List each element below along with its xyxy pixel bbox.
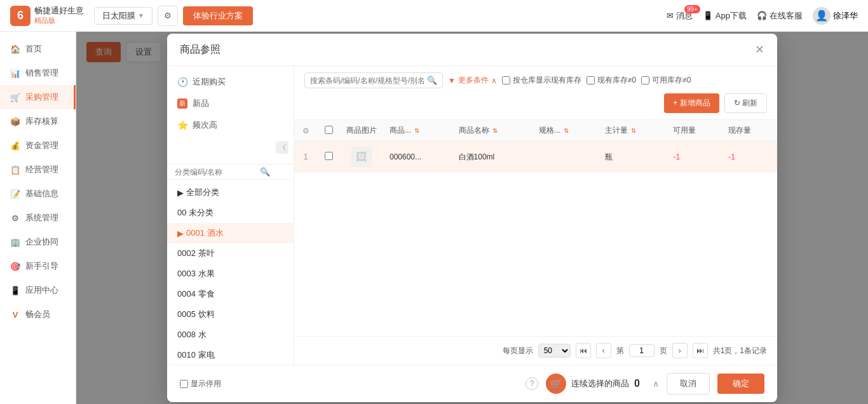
category-search-icon[interactable]: 🔍 <box>260 167 270 177</box>
th-stock: 现存量 <box>722 120 777 142</box>
warehouse-stock-check[interactable] <box>502 76 510 84</box>
th-unit[interactable]: 主计量 ⇅ <box>599 120 667 142</box>
confirm-btn[interactable]: 确定 <box>717 374 764 394</box>
filter-icon: ▼ <box>448 76 456 85</box>
th-spec-sort: ⇅ <box>564 127 569 134</box>
sidebar-item-purchase[interactable]: 🛒 采购管理 <box>0 85 76 109</box>
product-search-box: 🔍 <box>304 72 443 88</box>
row-checkbox[interactable] <box>325 152 333 160</box>
toolbar-right: + 新增商品 ↻ 刷新 <box>664 93 767 113</box>
refresh-btn[interactable]: ↻ 刷新 <box>724 93 767 113</box>
user-menu[interactable]: 👤 徐泽华 <box>813 7 858 25</box>
category-uncategorized[interactable]: 00 未分类 <box>167 203 294 223</box>
show-disabled-checkbox[interactable]: 显示停用 <box>180 379 221 389</box>
product-table-container: ⚙ 商品图片 <box>294 120 777 336</box>
cart-area: 🛒 连续选择的商品 0 <box>546 374 640 394</box>
search-icon[interactable]: 🔍 <box>427 76 437 85</box>
trial-btn[interactable]: 体验行业方案 <box>183 6 253 25</box>
sidebar-item-enterprise[interactable]: 🏢 企业协同 <box>0 230 76 254</box>
category-tea[interactable]: 0002 茶叶 <box>167 243 294 264</box>
th-name[interactable]: 商品名称 ⇅ <box>452 120 532 142</box>
product-search-input[interactable] <box>310 76 424 85</box>
sidebar-item-label: 企业协同 <box>25 236 58 248</box>
sidebar-item-finance[interactable]: 💰 资金管理 <box>0 133 76 158</box>
category-label: 0004 零食 <box>177 288 215 300</box>
more-filter-btn[interactable]: ▼ 更多条件 ∧ <box>448 75 497 86</box>
sidebar-item-basic-info[interactable]: 📝 基础信息 <box>0 182 76 206</box>
show-disabled-check[interactable] <box>180 380 188 388</box>
available-ne0-checkbox[interactable]: 可用库存≠0 <box>641 75 691 86</box>
available-ne0-check[interactable] <box>641 76 649 84</box>
username: 徐泽华 <box>833 10 858 22</box>
category-drinks[interactable]: 0005 饮料 <box>167 304 294 325</box>
product-modal: 商品参照 ✕ 🕐 近期购买 新 新 <box>167 34 777 402</box>
th-available-label: 可用量 <box>673 126 696 135</box>
left-panel-collapse-btn[interactable]: 《 <box>276 141 288 154</box>
sidebar-item-inventory[interactable]: 📦 库存核算 <box>0 109 76 133</box>
prev-page-btn[interactable]: ‹ <box>596 343 611 358</box>
category-search-input[interactable] <box>175 168 257 177</box>
cancel-btn[interactable]: 取消 <box>667 373 710 394</box>
page-number-input[interactable] <box>629 344 654 357</box>
settings-btn[interactable]: ⚙ <box>158 6 178 26</box>
message-icon: ✉ <box>667 11 674 20</box>
th-name-label: 商品名称 <box>459 126 489 135</box>
sidebar-item-label: 系统管理 <box>25 212 58 224</box>
th-unit-sort: ⇅ <box>631 127 636 134</box>
sidebar-item-operations[interactable]: 📋 经营管理 <box>0 158 76 182</box>
sidebar-item-home[interactable]: 🏠 首页 <box>0 37 76 61</box>
tab-new-products[interactable]: 新 新品 <box>167 93 294 114</box>
sidebar-item-sales[interactable]: 📊 销售管理 <box>0 61 76 85</box>
sidebar-item-label: 应用中心 <box>25 285 58 296</box>
first-page-btn[interactable]: ⏮ <box>576 343 591 358</box>
category-alcohol[interactable]: ▶ 0001 酒水 <box>167 223 294 243</box>
per-page-select[interactable]: 50 10 20 100 <box>538 344 571 358</box>
th-code-label: 商品... <box>390 126 411 135</box>
customer-service-btn[interactable]: 🎧 在线客服 <box>757 10 803 22</box>
tab-frequent[interactable]: ⭐ 频次高 <box>167 114 294 136</box>
sidebar-item-apps[interactable]: 📱 应用中心 <box>0 278 76 302</box>
table-row[interactable]: 1 🖼 <box>294 142 777 173</box>
warehouse-stock-checkbox[interactable]: 按仓库显示现有库存 <box>502 75 581 86</box>
sidebar-item-member[interactable]: V 畅会员 <box>0 302 76 327</box>
sidebar-item-guide[interactable]: 🎯 新手引导 <box>0 254 76 278</box>
app-download-btn[interactable]: 📱 App下载 <box>703 10 747 22</box>
th-code[interactable]: 商品... ⇅ <box>383 120 452 142</box>
th-code-sort: ⇅ <box>414 127 419 134</box>
sales-icon: 📊 <box>10 68 20 78</box>
tab-recent-purchase[interactable]: 🕐 近期购买 <box>167 71 294 93</box>
modal-header: 商品参照 ✕ <box>167 34 777 66</box>
message-badge: 99+ <box>684 5 700 13</box>
pagination-bar: 每页显示 50 10 20 100 ⏮ ‹ 第 页 <box>294 336 777 365</box>
table-settings-icon[interactable]: ⚙ <box>302 126 309 135</box>
category-appliances[interactable]: 0010 家电 <box>167 345 294 360</box>
next-page-btn[interactable]: › <box>672 343 688 358</box>
modal-close-btn[interactable]: ✕ <box>755 43 764 57</box>
last-page-btn[interactable]: ⏭ <box>693 343 708 358</box>
add-product-btn[interactable]: + 新增商品 <box>664 93 719 113</box>
cart-icon: 🛒 <box>546 374 566 394</box>
new-icon: 新 <box>177 98 187 109</box>
sidebar-item-system[interactable]: ⚙ 系统管理 <box>0 206 76 230</box>
logo-area: 6 畅捷通好生意 精品版 <box>10 6 84 26</box>
cart-label: 连续选择的商品 <box>571 378 629 389</box>
cart-collapse-icon[interactable]: ∧ <box>653 379 659 389</box>
help-icon-btn[interactable]: ? <box>526 377 538 390</box>
stock-ne0-checkbox[interactable]: 现有库存≠0 <box>587 75 636 86</box>
category-label: 00 未分类 <box>177 207 214 219</box>
th-spec[interactable]: 规格... ⇅ <box>532 120 599 142</box>
category-snacks[interactable]: 0004 零食 <box>167 284 294 304</box>
finance-icon: 💰 <box>10 140 20 151</box>
category-fruit[interactable]: 0003 水果 <box>167 264 294 284</box>
select-all-checkbox[interactable] <box>325 126 333 134</box>
category-label: 0008 水 <box>177 329 207 340</box>
sidebar-item-label: 新手引导 <box>25 260 58 272</box>
messages-btn[interactable]: ✉ 消息 99+ <box>667 10 693 22</box>
category-water[interactable]: 0008 水 <box>167 325 294 345</box>
store-selector[interactable]: 日太阳膜 ▼ <box>94 7 153 25</box>
cell-unit: 瓶 <box>599 142 667 173</box>
apps-icon: 📱 <box>10 285 20 295</box>
category-all[interactable]: ▶ 全部分类 <box>167 182 294 203</box>
stock-ne0-check[interactable] <box>587 76 595 84</box>
settings-icon: ⚙ <box>164 11 172 20</box>
